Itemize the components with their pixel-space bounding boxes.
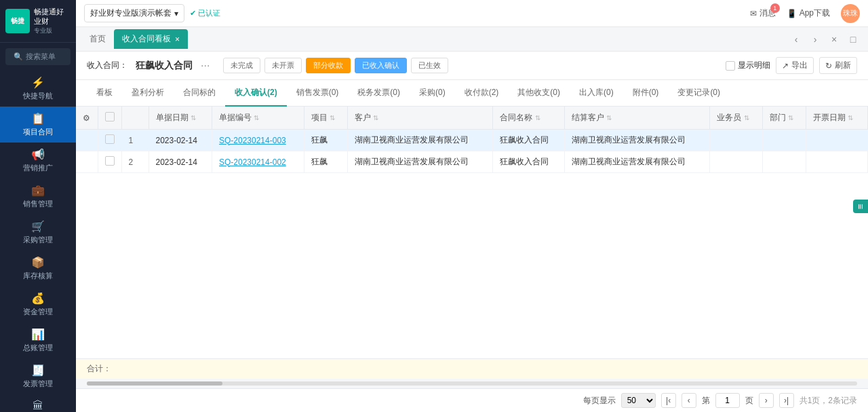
cell-1-no: 2 <box>121 151 149 173</box>
right-panel[interactable]: ≡ <box>853 199 868 212</box>
sidebar-item-sales[interactable]: 💼销售管理 <box>0 179 76 214</box>
sort-icon-result_customer[interactable]: ⇅ <box>606 114 612 121</box>
tab-stock-out[interactable]: 出入库(0) <box>570 80 623 107</box>
nav-label-general: 总账管理 <box>23 343 53 353</box>
sort-icon-salesperson[interactable]: ⇅ <box>744 114 749 121</box>
cell-1-order_no[interactable]: SQ-20230214-002 <box>212 151 304 173</box>
nav-icon-project-contract: 📋 <box>31 112 45 125</box>
sidebar-item-purchase[interactable]: 🛒采购管理 <box>0 214 76 250</box>
settings-icon[interactable]: ⚙ <box>83 113 90 123</box>
export-button[interactable]: ↗ 导出 <box>776 57 814 74</box>
scrollbar-area[interactable] <box>76 379 868 388</box>
sidebar-item-funds[interactable]: 💰资金管理 <box>0 286 76 322</box>
tab-payment[interactable]: 收付款(2) <box>455 80 509 107</box>
company-selector[interactable]: 好业财专业版演示帐套 ▾ <box>84 4 184 22</box>
sidebar-item-general[interactable]: 📊总账管理 <box>0 322 76 358</box>
tab-sales-invoice[interactable]: 销售发票(0) <box>287 80 349 107</box>
nav-icon-marketing: 📢 <box>31 148 45 161</box>
tab-close-button[interactable]: × <box>827 33 841 46</box>
sidebar-item-inventory[interactable]: 📦库存核算 <box>0 250 76 286</box>
sidebar: 畅捷 畅捷通好业财 专业版 🔍 搜索菜单 ⚡快捷导航📋项目合同📢营销推广💼销售管… <box>0 0 76 412</box>
status-btn-partial-receipt[interactable]: 部分收款 <box>306 58 351 73</box>
sort-icon-open_date[interactable]: ⇅ <box>848 114 853 121</box>
tab-next-button[interactable]: › <box>808 33 822 46</box>
user-avatar[interactable]: 珠珠 <box>841 4 860 23</box>
checkbox-icon <box>726 61 735 71</box>
tab-attachment[interactable]: 附件(0) <box>623 80 669 107</box>
cell-1-department <box>762 151 806 173</box>
sort-icon-order_no[interactable]: ⇅ <box>254 114 259 121</box>
first-page-button[interactable]: |‹ <box>661 393 676 408</box>
per-page-select[interactable]: 2050100200 <box>621 393 656 408</box>
table-area[interactable]: ⚙单据日期 ⇅单据编号 ⇅项目 ⇅客户 ⇅合同名称 ⇅结算客户 ⇅业务员 ⇅部门… <box>76 107 868 358</box>
sort-icon-project[interactable]: ⇅ <box>330 114 335 121</box>
col-header-salesperson: 业务员 ⇅ <box>710 107 763 130</box>
tab-contract-standard[interactable]: 合同标的 <box>174 80 225 107</box>
scrollbar-track[interactable] <box>87 381 857 386</box>
row-checkbox-0[interactable] <box>105 134 115 144</box>
prev-page-button[interactable]: ‹ <box>682 393 696 408</box>
right-panel-icon: ≡ <box>855 203 866 208</box>
status-btn-uninvoiced[interactable]: 未开票 <box>264 58 302 73</box>
logo-title: 畅捷通好业财 <box>34 7 71 26</box>
last-page-button[interactable]: ›| <box>779 393 794 408</box>
order-link-0[interactable]: SQ-20230214-003 <box>219 136 286 145</box>
order-link-1[interactable]: SQ-20230214-002 <box>219 157 286 167</box>
cell-1-customer: 湖南卫视商业运营发展有限公司 <box>347 151 492 173</box>
show-details-checkbox[interactable]: 显示明细 <box>726 60 770 71</box>
table-row[interactable]: 12023-02-14SQ-20230214-003狂飙湖南卫视商业运营发展有限… <box>76 130 868 151</box>
export-icon: ↗ <box>782 61 789 71</box>
tab-other-income[interactable]: 其他收支(0) <box>508 80 570 107</box>
cell-0-order_no[interactable]: SQ-20230214-003 <box>212 130 304 151</box>
tab-tax-invoice[interactable]: 税务发票(0) <box>348 80 410 107</box>
tab-profit-analysis[interactable]: 盈利分析 <box>122 80 174 107</box>
sidebar-search[interactable]: 🔍 搜索菜单 <box>5 48 71 65</box>
page-label-end: 页 <box>745 395 753 407</box>
sort-icon-department[interactable]: ⇅ <box>788 114 793 121</box>
nav-label-project-contract: 项目合同 <box>23 127 53 137</box>
sidebar-item-marketing[interactable]: 📢营销推广 <box>0 143 76 179</box>
next-page-button[interactable]: › <box>759 393 774 408</box>
tab-prev-button[interactable]: ‹ <box>789 33 803 46</box>
col-header-no <box>121 107 149 130</box>
refresh-button[interactable]: ↻ 刷新 <box>819 57 857 74</box>
data-table: ⚙单据日期 ⇅单据编号 ⇅项目 ⇅客户 ⇅合同名称 ⇅结算客户 ⇅业务员 ⇅部门… <box>76 107 868 173</box>
sort-icon-customer[interactable]: ⇅ <box>373 114 378 121</box>
table-row[interactable]: 22023-02-14SQ-20230214-002狂飙湖南卫视商业运营发展有限… <box>76 151 868 173</box>
status-btn-confirmed[interactable]: 已收入确认 <box>355 58 407 73</box>
sidebar-logo: 畅捷 畅捷通好业财 专业版 <box>0 0 76 43</box>
status-btn-effective[interactable]: 已生效 <box>411 58 448 73</box>
logo-sub: 专业版 <box>34 26 71 35</box>
tab-income-confirm[interactable]: 收入确认(2) <box>225 80 287 107</box>
tab-fullscreen-button[interactable]: □ <box>846 33 860 46</box>
close-icon[interactable]: × <box>175 35 180 44</box>
nav-icon-inventory: 📦 <box>31 256 45 269</box>
row-checkbox-1[interactable] <box>105 156 115 166</box>
tab-purchase[interactable]: 采购(0) <box>410 80 455 107</box>
sidebar-item-quick-nav[interactable]: ⚡快捷导航 <box>0 71 76 107</box>
tab-change-log[interactable]: 变更记录(0) <box>668 80 730 107</box>
home-tab[interactable]: 首页 <box>84 33 111 45</box>
logo-icon: 畅捷 <box>5 9 30 33</box>
sidebar-item-invoice[interactable]: 🧾发票管理 <box>0 358 76 394</box>
sort-icon-contract_name[interactable]: ⇅ <box>535 114 540 121</box>
active-tab[interactable]: 收入合同看板 × <box>114 29 188 49</box>
sidebar-item-project-contract[interactable]: 📋项目合同 <box>0 107 76 143</box>
tab-kanban[interactable]: 看板 <box>87 80 122 107</box>
message-button[interactable]: ✉ 消息 1 <box>750 7 776 19</box>
scrollbar-thumb[interactable] <box>87 381 222 386</box>
app-download-button[interactable]: 📱 App下载 <box>787 7 830 19</box>
sort-icon-date[interactable]: ⇅ <box>191 114 196 121</box>
show-details-label: 显示明细 <box>738 60 770 71</box>
page-input[interactable]: 1 <box>715 393 740 408</box>
status-buttons: 未完成未开票部分收款已收入确认已生效 <box>223 58 448 73</box>
select-all-checkbox[interactable] <box>105 112 115 121</box>
main-area: 好业财专业版演示帐套 ▾ ✔ 已认证 ✉ 消息 1 📱 App下载 珠珠 <box>76 0 868 412</box>
sidebar-item-tax[interactable]: 🏛税务管理 <box>0 394 76 412</box>
status-btn-incomplete[interactable]: 未完成 <box>223 58 260 73</box>
col-header-date: 单据日期 ⇅ <box>149 107 212 130</box>
more-button[interactable]: ··· <box>201 60 210 72</box>
page-title: 狂飙收入合同 <box>136 60 193 72</box>
page-total: 共1页，2条记录 <box>800 395 857 407</box>
cell-1-open_date <box>806 151 867 173</box>
